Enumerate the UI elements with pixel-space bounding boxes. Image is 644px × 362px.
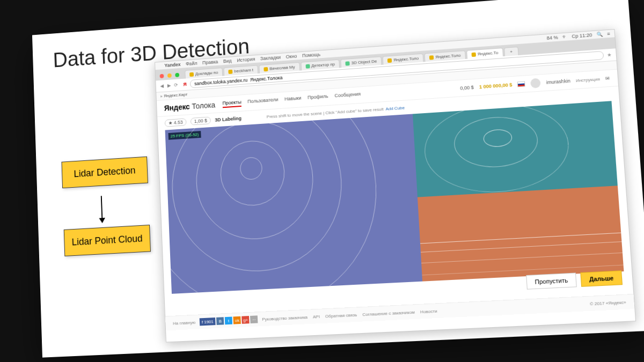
flag-russia-icon bbox=[517, 81, 525, 87]
clock: Ср 11:20 bbox=[572, 32, 592, 39]
new-tab-button[interactable]: + bbox=[504, 47, 519, 56]
avatar[interactable] bbox=[530, 78, 541, 88]
mac-menu-item[interactable]: История bbox=[237, 56, 255, 63]
flow-box-lidar-detection: Lidar Detection bbox=[61, 157, 148, 188]
back-icon[interactable]: ◀ bbox=[160, 83, 164, 88]
mac-menu-item[interactable]: Правка bbox=[202, 59, 218, 65]
menu-icon[interactable]: ≡ bbox=[607, 31, 610, 36]
mail-icon[interactable]: ✉ bbox=[605, 76, 610, 82]
mac-app-name: Yandex bbox=[164, 62, 181, 68]
minimize-window-icon[interactable] bbox=[167, 73, 172, 78]
task-title: 3D Labeling bbox=[215, 116, 241, 123]
page-footer: На главную f 1901 B t ok g+ ··· Руководс… bbox=[165, 294, 634, 330]
instruction-link[interactable]: Инструкция bbox=[576, 77, 600, 83]
close-window-icon[interactable] bbox=[160, 74, 164, 78]
maximize-window-icon[interactable] bbox=[175, 73, 179, 77]
mac-menu-item[interactable]: Файл bbox=[186, 61, 197, 67]
footer-link[interactable]: Руководство заказчика bbox=[262, 314, 308, 321]
mac-menu-item[interactable]: Закладки bbox=[260, 55, 281, 61]
add-cube-link[interactable]: Add Cube bbox=[385, 105, 405, 111]
skip-button[interactable]: Пропустить bbox=[526, 272, 577, 289]
lidar-view-perspective[interactable] bbox=[413, 101, 618, 197]
lidar-view-front[interactable] bbox=[418, 186, 624, 281]
share-more-icon[interactable]: ··· bbox=[250, 315, 258, 323]
nav-messages[interactable]: Сообщения bbox=[334, 91, 361, 100]
ok-icon[interactable]: ok bbox=[233, 316, 241, 324]
footer-home-link[interactable]: На главную bbox=[173, 320, 195, 326]
task-rating: ★ 4.53 bbox=[165, 118, 187, 127]
copyright: © 2017 «Яндекс» bbox=[590, 300, 626, 307]
bookmark-star-icon[interactable]: ★ bbox=[607, 52, 612, 58]
fb-like-count[interactable]: f 1901 bbox=[200, 317, 216, 326]
balance-big: 1 000 000,00 $ bbox=[479, 82, 513, 90]
balance-small: 0,00 $ bbox=[460, 85, 474, 91]
reload-icon[interactable]: ⟳ bbox=[174, 82, 178, 87]
mac-menu-item[interactable]: Помощь bbox=[302, 52, 321, 58]
nav-skills[interactable]: Навыки bbox=[284, 95, 302, 104]
task-price: 1,00 $ bbox=[191, 116, 211, 125]
yandex-logo-icon: Я bbox=[183, 82, 187, 87]
browser-window: Yandex Файл Правка Вид История Закладки … bbox=[155, 29, 636, 342]
lidar-view-top-down[interactable]: 25 FPS (20-52) bbox=[165, 114, 423, 293]
footer-link[interactable]: Новости bbox=[420, 308, 437, 314]
vk-icon[interactable]: B bbox=[216, 317, 224, 325]
nav-users[interactable]: Пользователи bbox=[247, 97, 279, 107]
gplus-icon[interactable]: g+ bbox=[241, 316, 249, 324]
battery-indicator: 84 % bbox=[546, 35, 558, 41]
lidar-viewport[interactable]: 25 FPS (20-52) bbox=[165, 101, 624, 294]
search-icon[interactable]: 🔍 bbox=[596, 32, 603, 38]
footer-link[interactable]: API bbox=[313, 314, 320, 319]
toloka-logo[interactable]: Яндекс Толока bbox=[164, 101, 216, 113]
flow-box-lidar-point-cloud: Lidar Point Cloud bbox=[64, 225, 151, 256]
footer-link[interactable]: Соглашение с заказчиком bbox=[362, 309, 415, 317]
twitter-icon[interactable]: t bbox=[225, 317, 232, 325]
flow-arrow bbox=[101, 196, 103, 222]
nav-profile[interactable]: Профиль bbox=[308, 93, 328, 102]
footer-link[interactable]: Обратная связь bbox=[325, 312, 357, 319]
bookmark-item[interactable]: Яндекс.Карт bbox=[160, 92, 188, 99]
nav-projects[interactable]: Проекты bbox=[222, 99, 241, 108]
next-button[interactable]: Дальше bbox=[580, 270, 623, 287]
username: imurashkin bbox=[546, 78, 570, 85]
forward-icon[interactable]: ▶ bbox=[167, 83, 171, 88]
mac-menu-item[interactable]: Вид bbox=[223, 58, 232, 64]
wifi-icon: ᯤ bbox=[562, 34, 568, 40]
mac-menu-item[interactable]: Окно bbox=[286, 54, 297, 60]
